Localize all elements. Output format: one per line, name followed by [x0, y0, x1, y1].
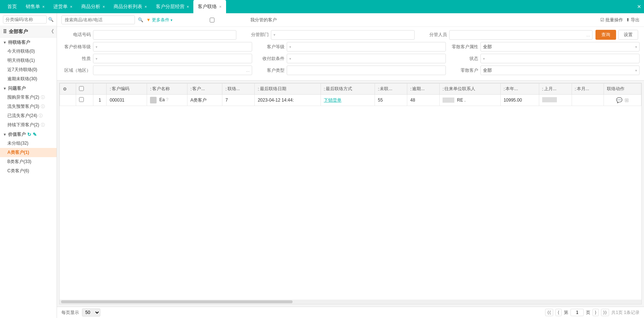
page-input[interactable]: [570, 309, 584, 316]
field-phone-input[interactable]: [93, 30, 236, 40]
tab-goods-analysis-close[interactable]: ×: [103, 4, 105, 9]
col-unit-contact[interactable]: : 往来单位联系人: [439, 84, 500, 95]
col-unit-contact-sort: :: [443, 86, 444, 92]
row-checkbox[interactable]: [79, 97, 84, 102]
field-nature-input[interactable]: ▾: [93, 54, 252, 63]
sidebar-item-week[interactable]: 近7天待联络(0): [0, 65, 57, 74]
col-customer-type[interactable]: : 客户...: [187, 84, 222, 95]
field-payment-label: 收付款条件: [255, 56, 285, 62]
qr-icon[interactable]: ⊞: [625, 97, 629, 103]
scroll-thumb[interactable]: [61, 300, 293, 303]
edit-icon[interactable]: ✎: [33, 132, 37, 137]
last-page-button[interactable]: ⟩⟩: [601, 309, 609, 316]
col-last-contact-date-sort: :: [258, 86, 259, 92]
prev-page-button[interactable]: ⟨: [555, 309, 562, 316]
tab-sales-close[interactable]: ×: [42, 4, 44, 9]
group-value-customers[interactable]: ▼ 价值客户 ↻ ✎: [0, 130, 57, 139]
sidebar-item-churned[interactable]: 已流失客户(24) ⓘ: [0, 111, 57, 120]
field-retail-attr-label: 零散客户属性: [449, 44, 478, 50]
field-retail-attr-input[interactable]: 全部 ▾: [480, 42, 640, 52]
col-contact-action[interactable]: 联络动作: [604, 84, 641, 95]
tab-goods-analysis[interactable]: 商品分析 ×: [77, 0, 109, 13]
field-manager-input[interactable]: ...: [449, 30, 593, 40]
sidebar-search-input[interactable]: [3, 15, 47, 24]
close-all-button[interactable]: ×: [637, 3, 641, 11]
col-last-contact-method[interactable]: : 最后联络方式: [321, 84, 375, 95]
sidebar-item-abnormal[interactable]: 囤购异常客户(2) ⓘ: [0, 93, 57, 102]
message-icon[interactable]: 💬: [616, 97, 622, 103]
search-input[interactable]: [61, 15, 135, 24]
horizontal-scrollbar[interactable]: [60, 300, 641, 304]
bottom-bar: 每页显示 50 100 200 ⟨⟨ ⟨ 第 页 ⟩ ⟩⟩ 共1页 1条记录: [57, 307, 644, 318]
col-overdue[interactable]: : 逾期...: [407, 84, 439, 95]
next-page-button[interactable]: ⟩: [593, 309, 599, 316]
export-icon: ⬆: [626, 17, 630, 22]
sidebar-item-c-class[interactable]: C类客户(6): [0, 166, 57, 176]
batch-operation-button[interactable]: ☑ 批量操作: [600, 17, 623, 23]
sidebar-item-a-class[interactable]: A类客户(1): [0, 148, 57, 157]
col-customer-type-sort: :: [190, 86, 192, 92]
col-this-month[interactable]: : 本月...: [572, 84, 604, 95]
field-region-input[interactable]: ...: [93, 66, 252, 75]
tab-customer-tier[interactable]: 客户分层经营 ×: [151, 0, 193, 13]
field-customer-type: 客户类型: [255, 66, 446, 75]
setting-button[interactable]: 设置: [618, 30, 638, 40]
tab-purchase-close[interactable]: ×: [70, 4, 72, 9]
tab-home[interactable]: 首页: [3, 0, 21, 13]
sidebar-item-b-class[interactable]: B类客户(33): [0, 157, 57, 166]
content-area: 🔍 ▼ 更多条件 ▾ 我分管的客户 ☑ 批量操作 ⬆ 导出: [57, 13, 644, 318]
tab-customer-contact-close[interactable]: ×: [219, 4, 221, 9]
more-conditions-button[interactable]: ▼ 更多条件 ▾: [146, 17, 172, 23]
sidebar-item-today[interactable]: 今天待联络(0): [0, 47, 57, 56]
col-last-month[interactable]: : 上月...: [539, 84, 572, 95]
field-status-input[interactable]: ▾: [480, 54, 640, 63]
all-customers-header[interactable]: ⠿ 全部客户 《: [0, 26, 57, 38]
dots-btn-manager[interactable]: ...: [586, 32, 590, 38]
export-button[interactable]: ⬆ 导出: [626, 17, 640, 23]
col-customer-name[interactable]: : 客户名称: [147, 84, 187, 95]
field-dept-input[interactable]: ▾: [271, 30, 414, 40]
group-pending-contact[interactable]: ▼ 待联络客户: [0, 38, 57, 47]
filter-bar-right: ☑ 批量操作 ⬆ 导出: [600, 17, 640, 23]
tab-goods-analysis-list[interactable]: 商品分析列表 ×: [109, 0, 151, 13]
refresh-icon[interactable]: ↻: [27, 132, 31, 137]
col-this-month-sort: :: [575, 86, 576, 92]
sidebar-item-tomorrow[interactable]: 明天待联络(1): [0, 56, 57, 65]
tab-customer-contact[interactable]: 客户联络 ×: [193, 0, 226, 13]
field-retail-customer: 零散客户 全部 ▾: [449, 66, 640, 75]
dots-btn-region[interactable]: ...: [246, 68, 250, 73]
query-button[interactable]: 查询: [595, 30, 616, 40]
my-customers-checkbox[interactable]: [175, 18, 249, 22]
col-settings[interactable]: ⚙: [60, 84, 76, 95]
collapse-icon[interactable]: 《: [49, 28, 54, 35]
page-size-select[interactable]: 50 100 200: [82, 308, 100, 317]
field-customer-level-input[interactable]: ▾: [287, 42, 446, 52]
col-customer-code[interactable]: : 客户编码: [107, 84, 147, 95]
group-problem-customers[interactable]: ▼ 问题客户: [0, 84, 57, 93]
filter-row-4: 区域（地区） ... 客户类型 零散客户 全部 ▾: [61, 66, 640, 75]
tab-purchase[interactable]: 进货单 ×: [49, 0, 76, 13]
col-this-year-sort: :: [504, 86, 505, 92]
col-last-contact-date[interactable]: : 最后联络日期: [255, 84, 321, 95]
sidebar-item-overdue[interactable]: 逾期未联络(30): [0, 74, 57, 84]
sidebar-item-churn-warning[interactable]: 流失预警客户(3) ⓘ: [0, 102, 57, 111]
sidebar-item-ungroup[interactable]: 未分组(32): [0, 139, 57, 148]
select-all-checkbox[interactable]: [79, 86, 84, 91]
sidebar-item-declining[interactable]: 持续下滑客户(2) ⓘ: [0, 120, 57, 130]
field-price-level-input[interactable]: ▾: [93, 42, 252, 52]
first-page-button[interactable]: ⟨⟨: [545, 309, 553, 316]
tab-customer-tier-close[interactable]: ×: [187, 4, 189, 9]
filter-search-icon[interactable]: 🔍: [138, 17, 143, 22]
last-month-placeholder: [542, 97, 557, 102]
sidebar-search-icon[interactable]: 🔍: [48, 17, 54, 22]
col-this-year[interactable]: : 本年...: [500, 84, 539, 95]
settings-icon[interactable]: ⚙: [63, 86, 67, 92]
col-uncontacted[interactable]: : 未联...: [375, 84, 407, 95]
field-payment-input[interactable]: ▾: [287, 54, 446, 63]
tab-goods-analysis-list-close[interactable]: ×: [144, 4, 147, 9]
field-customer-type-input[interactable]: [287, 66, 446, 75]
field-retail-customer-input[interactable]: 全部 ▾: [480, 66, 640, 75]
col-contact-count[interactable]: : 联络...: [222, 84, 255, 95]
tab-sales[interactable]: 销售单 ×: [21, 0, 49, 13]
field-manager-label: 分管人员: [418, 32, 447, 38]
